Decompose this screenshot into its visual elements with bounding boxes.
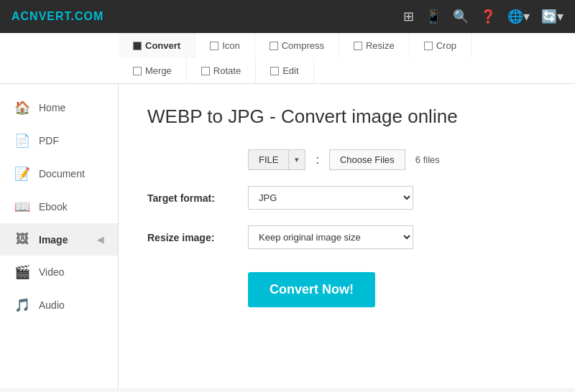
brand-text: AC [12,10,29,22]
menu-compress[interactable]: Compress [255,33,339,58]
sidebar-item-pdf[interactable]: 📄 PDF [0,124,118,157]
menu-edit[interactable]: Edit [256,58,313,83]
video-icon: 🎬 [14,264,30,280]
menu-rotate-label: Rotate [213,65,241,76]
image-icon: 🖼 [14,232,30,247]
sidebar-audio-label: Audio [39,299,65,311]
menu-convert-label: Convert [145,40,180,51]
check-edit [270,67,279,75]
menu-merge-label: Merge [145,65,172,76]
brand-rest: VERT.COM [39,10,104,22]
sidebar-pdf-label: PDF [39,135,59,146]
files-count: 6 files [415,154,440,165]
navbar: ACNVERT.COM ⊞ 📱 🔍 ❓ 🌐▾ 🔄▾ [0,0,575,33]
sidebar-arrow-icon: ◀ [97,235,104,245]
check-icon [210,42,218,50]
sidebar-item-ebook[interactable]: 📖 Ebook [0,190,118,223]
menu-icon[interactable]: Icon [196,33,255,58]
menu-resize-label: Resize [366,40,395,51]
sidebar-item-document[interactable]: 📝 Document [0,157,118,190]
file-colon: : [316,154,318,167]
file-dropdown-arrow[interactable]: ▾ [289,149,305,170]
menubar-row-1: Convert Icon Compress Resize Crop [119,33,575,58]
sidebar-video-label: Video [39,266,65,278]
menu-edit-label: Edit [282,65,298,76]
pdf-icon: 📄 [14,133,30,149]
ebook-icon: 📖 [14,199,30,215]
refresh-icon[interactable]: 🔄▾ [541,9,564,24]
sidebar: 🏠 Home 📄 PDF 📝 Document 📖 Ebook 🖼 Image … [0,84,119,388]
check-rotate [201,67,210,75]
main-content: WEBP to JPG - Convert image online FILE … [119,84,575,388]
file-row: FILE ▾ : Choose Files 6 files [147,149,546,170]
menu-convert[interactable]: Convert [119,33,196,58]
brand-logo: ACNVERT.COM [12,10,104,23]
convert-now-button[interactable]: Convert Now! [248,272,375,307]
menu-compress-label: Compress [282,40,324,51]
menu-crop-label: Crop [436,40,456,51]
help-icon[interactable]: ❓ [480,9,496,24]
target-format-row: Target format: JPG PNG WEBP BMP GIF TIFF [147,186,546,210]
sidebar-item-video[interactable]: 🎬 Video [0,256,118,289]
target-format-select[interactable]: JPG PNG WEBP BMP GIF TIFF [248,186,413,210]
resize-image-select[interactable]: Keep original image size Custom size Sma… [248,225,413,249]
check-resize [354,42,362,50]
target-format-label: Target format: [147,192,248,204]
sidebar-image-label: Image [39,234,68,246]
page-title: WEBP to JPG - Convert image online [147,106,546,128]
brand-n: N [29,10,39,22]
convert-row: Convert Now! [147,265,546,307]
document-icon: 📝 [14,166,30,182]
sidebar-document-label: Document [39,168,85,179]
search-icon[interactable]: 🔍 [453,9,469,24]
menu-resize[interactable]: Resize [339,33,410,58]
check-convert [133,42,142,50]
menubar-row-2: Merge Rotate Edit [119,58,575,83]
resize-image-label: Resize image: [147,232,248,243]
grid-icon[interactable]: ⊞ [403,9,414,24]
sidebar-ebook-label: Ebook [39,201,68,213]
home-icon: 🏠 [14,100,30,116]
menu-merge[interactable]: Merge [119,58,187,83]
check-merge [133,67,142,75]
main-layout: 🏠 Home 📄 PDF 📝 Document 📖 Ebook 🖼 Image … [0,84,575,388]
file-btn-group: FILE ▾ [248,149,305,170]
navbar-icons: ⊞ 📱 🔍 ❓ 🌐▾ 🔄▾ [403,9,564,24]
menu-icon-label: Icon [222,40,240,51]
file-group: FILE ▾ : Choose Files 6 files [248,149,440,170]
check-crop [424,42,433,50]
language-icon[interactable]: 🌐▾ [507,9,530,24]
menu-rotate[interactable]: Rotate [187,58,256,83]
sidebar-home-label: Home [39,102,65,113]
sidebar-item-home[interactable]: 🏠 Home [0,91,118,124]
mobile-icon[interactable]: 📱 [426,9,441,24]
menubar: Convert Icon Compress Resize Crop Merge … [0,33,575,84]
resize-image-row: Resize image: Keep original image size C… [147,225,546,249]
file-button[interactable]: FILE [248,149,289,170]
sidebar-item-image[interactable]: 🖼 Image ◀ [0,223,118,256]
audio-icon: 🎵 [14,297,30,313]
check-compress [270,42,278,50]
menu-crop[interactable]: Crop [410,33,472,58]
sidebar-item-audio[interactable]: 🎵 Audio [0,289,118,322]
choose-files-button[interactable]: Choose Files [329,149,405,170]
